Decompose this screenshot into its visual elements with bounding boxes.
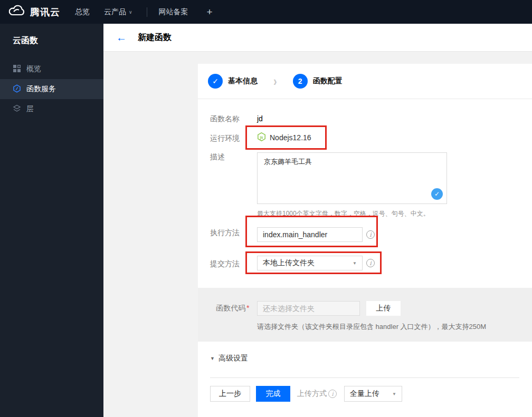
back-arrow-icon[interactable]: ← (116, 32, 127, 44)
previous-step-button[interactable]: 上一步 (210, 386, 250, 402)
handler-row: 执行方法 i (210, 216, 519, 247)
sidebar-item-label: 层 (26, 104, 34, 114)
runtime-row: 运行环境 js Nodejs12.16 (210, 129, 519, 150)
upload-mode: 上传方式 i (297, 389, 337, 399)
finish-button[interactable]: 完成 (256, 386, 290, 402)
required-star: * (246, 304, 249, 312)
step2-number: 2 (293, 74, 308, 89)
step1-label: 基本信息 (228, 76, 258, 86)
chevron-down-icon: ▼ (392, 392, 396, 396)
create-function-card: ✓ 基本信息 › 2 函数配置 函数名称 jd 运行环境 (198, 64, 532, 417)
sidebar-title: 云函数 (0, 24, 103, 59)
sidebar-item-layers[interactable]: 层 (0, 99, 103, 119)
info-icon[interactable]: i (328, 390, 337, 398)
info-icon[interactable]: i (366, 230, 375, 239)
nodejs-icon: js (257, 132, 266, 143)
function-name-value: jd (257, 114, 263, 124)
annotation-box-handler: i (245, 216, 378, 247)
sidebar-item-label: 函数服务 (26, 84, 56, 94)
function-code-panel: 函数代码* 上传 请选择文件夹（该文件夹根目录应包含 handler 入口文件）… (198, 288, 532, 342)
tencent-cloud-logo-icon (7, 4, 25, 20)
annotation-box-runtime: js Nodejs12.16 (245, 125, 327, 150)
triangle-down-icon: ▼ (210, 356, 215, 361)
sidebar-item-function-service[interactable]: 函数服务 (0, 79, 103, 99)
nav-divider (147, 7, 147, 17)
advanced-settings-toggle[interactable]: ▼ 高级设置 (210, 354, 519, 363)
submit-method-select[interactable]: 本地上传文件夹 ▼ (257, 256, 363, 270)
annotation-box-submit-method: 本地上传文件夹 ▼ i (245, 251, 382, 274)
description-row: 描述 京东薅羊毛工具 ✓ (210, 152, 519, 204)
submit-method-row: 提交方法 本地上传文件夹 ▼ i (210, 251, 519, 274)
grid-icon (13, 64, 21, 74)
upload-button[interactable]: 上传 (366, 301, 401, 316)
function-code-label: 函数代码* (216, 304, 257, 313)
handler-input[interactable] (257, 227, 363, 242)
nav-item-cloud-products[interactable]: 云产品 ∨ (104, 7, 132, 17)
footer-actions: 上一步 完成 上传方式 i 全量上传 ▼ (210, 378, 519, 402)
layers-icon (13, 104, 21, 114)
add-tab-icon[interactable]: + (207, 6, 213, 18)
function-hexagon-icon (13, 84, 21, 94)
runtime-value[interactable]: Nodejs12.16 (270, 133, 311, 142)
info-icon[interactable]: i (366, 259, 375, 267)
upload-mode-label: 上传方式 (297, 389, 327, 399)
brand[interactable]: 腾讯云 (7, 4, 75, 20)
brand-name: 腾讯云 (30, 6, 60, 18)
sidebar-item-label: 概览 (26, 64, 41, 74)
sidebar: 云函数 概览 函数服务 层 (0, 24, 103, 417)
function-name-label: 函数名称 (210, 114, 257, 124)
page-title: 新建函数 (138, 32, 172, 43)
nav-item-website-record[interactable]: 网站备案 (159, 7, 188, 17)
step1-done-icon: ✓ (208, 74, 223, 89)
step2-label: 函数配置 (313, 76, 343, 86)
top-navbar: 腾讯云 总览 云产品 ∨ 网站备案 + (0, 0, 532, 24)
svg-text:js: js (260, 135, 263, 140)
valid-check-icon: ✓ (431, 188, 443, 200)
upload-mode-select[interactable]: 全量上传 ▼ (344, 386, 402, 402)
advanced-settings-label: 高级设置 (218, 354, 248, 363)
function-code-hint: 请选择文件夹（该文件夹根目录应包含 handler 入口文件），最大支持250M (257, 322, 519, 332)
description-textarea[interactable]: 京东薅羊毛工具 (257, 152, 447, 204)
chevron-down-icon: ▼ (353, 261, 357, 266)
description-label: 描述 (210, 152, 257, 204)
page-header: ← 新建函数 (103, 24, 532, 52)
page-body: ✓ 基本信息 › 2 函数配置 函数名称 jd 运行环境 (103, 52, 532, 417)
function-name-row: 函数名称 jd (210, 114, 519, 124)
folder-path-input[interactable] (257, 301, 360, 316)
sidebar-item-overview[interactable]: 概览 (0, 59, 103, 79)
chevron-down-icon: ∨ (129, 9, 132, 15)
step-indicator: ✓ 基本信息 › 2 函数配置 (198, 64, 532, 99)
nav-item-overview[interactable]: 总览 (75, 7, 90, 17)
chevron-right-icon: › (273, 73, 277, 89)
